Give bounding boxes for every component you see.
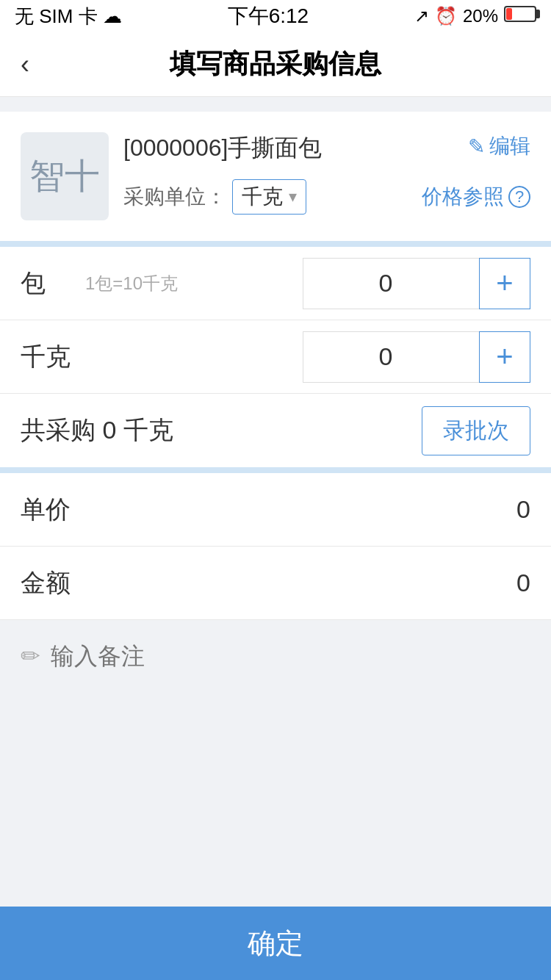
nav-bar: ‹ 填写商品采购信息 (0, 32, 551, 97)
blue-separator-2 (0, 467, 551, 473)
note-area: ✏ (0, 620, 551, 752)
edit-icon: ✎ (468, 134, 485, 159)
summary-unit: 千克 (123, 416, 173, 444)
no-sim-label: 无 SIM 卡 ☁ (15, 4, 122, 29)
info-icon: ? (508, 186, 530, 208)
product-info: [0000006]手撕面包 ✎ 编辑 采购单位： 千克 ▾ 价格参照 ? (123, 132, 530, 215)
unit-label: 采购单位： (123, 183, 226, 211)
bottom-spacer (0, 752, 551, 907)
pencil-icon: ✏ (21, 642, 40, 670)
bao-plus-button[interactable]: + (479, 258, 530, 309)
kg-plus-button[interactable]: + (479, 331, 530, 383)
page-title: 填写商品采购信息 (170, 46, 381, 82)
amount-row: 金额 0 (0, 547, 551, 620)
price-ref-label: 价格参照 (422, 183, 504, 211)
top-divider (0, 97, 551, 112)
product-name: [0000006]手撕面包 (123, 132, 468, 165)
status-bar: 无 SIM 卡 ☁ 下午6:12 ↗ ⏰ 20% (0, 0, 551, 32)
status-time: 下午6:12 (228, 2, 309, 30)
product-header: [0000006]手撕面包 ✎ 编辑 (123, 132, 530, 165)
unit-price-row: 单价 0 (0, 473, 551, 547)
summary-amount: 0 (102, 416, 116, 444)
product-logo: 智十 (29, 153, 100, 200)
product-unit-row: 采购单位： 千克 ▾ 价格参照 ? (123, 179, 530, 215)
unit-price-value: 0 (516, 495, 530, 524)
note-input[interactable] (51, 641, 530, 722)
confirm-button[interactable]: 确定 (0, 907, 551, 980)
edit-button[interactable]: ✎ 编辑 (468, 132, 530, 160)
kg-row: 千克 + (0, 320, 551, 394)
unit-price-label: 单价 (21, 493, 71, 527)
battery-percent: 20% (463, 6, 498, 26)
amount-value: 0 (516, 569, 530, 597)
bao-label: 包 (21, 267, 79, 300)
summary-text: 共采购 0 千克 (21, 414, 173, 447)
edit-label: 编辑 (489, 132, 530, 160)
confirm-label: 确定 (248, 925, 303, 962)
bao-sublabel: 1包=10千克 (85, 272, 303, 295)
product-title: 手撕面包 (228, 134, 322, 161)
amount-label: 金额 (21, 566, 71, 600)
product-image: 智十 (21, 132, 109, 220)
summary-row: 共采购 0 千克 录批次 (0, 394, 551, 467)
chevron-down-icon: ▾ (289, 187, 297, 206)
blue-separator (0, 241, 551, 247)
status-right: ↗ ⏰ 20% (414, 6, 536, 26)
kg-input-wrap: + (303, 331, 530, 383)
product-code: [0000006] (123, 134, 228, 161)
location-icon: ↗ (414, 6, 429, 26)
unit-value: 千克 (242, 183, 283, 211)
product-card: 智十 [0000006]手撕面包 ✎ 编辑 采购单位： 千克 ▾ (0, 112, 551, 241)
bao-input[interactable] (303, 258, 479, 309)
record-batch-button[interactable]: 录批次 (422, 406, 530, 455)
info-section: 单价 0 金额 0 (0, 473, 551, 620)
battery-icon (504, 6, 536, 26)
price-ref-button[interactable]: 价格参照 ? (422, 183, 530, 211)
bao-input-wrap: + (303, 258, 530, 309)
back-button[interactable]: ‹ (21, 49, 29, 80)
bao-row: 包 1包=10千克 + (0, 247, 551, 320)
unit-select[interactable]: 千克 ▾ (232, 179, 306, 215)
kg-label: 千克 (21, 340, 79, 374)
input-section: 包 1包=10千克 + 千克 + (0, 247, 551, 394)
kg-input[interactable] (303, 331, 479, 383)
status-left: 无 SIM 卡 ☁ (15, 4, 122, 29)
alarm-icon: ⏰ (435, 6, 457, 26)
